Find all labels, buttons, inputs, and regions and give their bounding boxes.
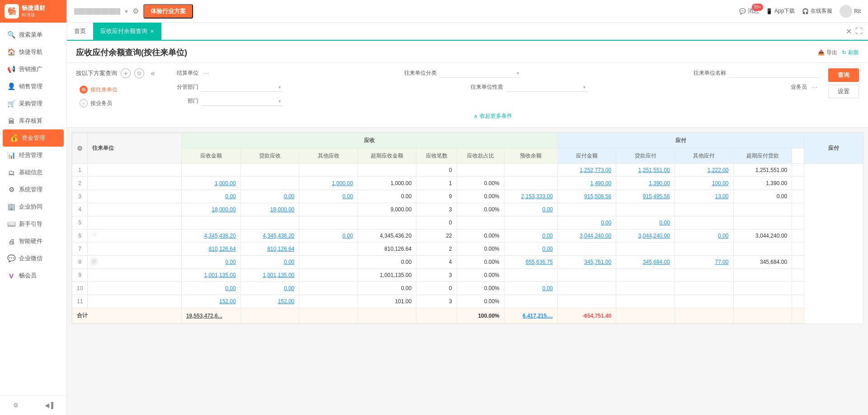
collapse-button[interactable]: ∧ 收起更多条件 <box>167 110 819 122</box>
cell-value[interactable]: 0.00 <box>181 190 241 203</box>
filter-setting-icon[interactable]: ⊙ <box>134 68 144 78</box>
cell-value[interactable] <box>616 243 675 256</box>
collapse-sidebar-btn[interactable]: ◀▐ <box>40 399 58 411</box>
cell-value[interactable]: 915,508.56 <box>557 190 616 203</box>
cell-value[interactable]: 345,761.00 <box>557 256 616 269</box>
cell-value[interactable] <box>557 269 616 282</box>
cell-value[interactable]: 0.00 <box>181 256 241 269</box>
cell-value[interactable] <box>675 269 733 282</box>
cell-value[interactable]: 2,153,333.00 <box>504 190 557 203</box>
cell-value[interactable] <box>616 295 675 308</box>
sidebar-item-guide[interactable]: 📖 新手引导 <box>0 215 66 233</box>
sidebar-item-purchase[interactable]: 🛒 采购管理 <box>0 95 66 112</box>
cell-value[interactable]: 1,390.00 <box>616 177 675 190</box>
cell-value[interactable]: 18,000.00 <box>241 203 299 216</box>
cell-value[interactable] <box>557 282 616 295</box>
cell-value[interactable]: 0.00 <box>504 203 557 216</box>
cell-value[interactable]: 0.00 <box>241 190 299 203</box>
cell-value[interactable]: 3,044,240.00 <box>616 229 675 243</box>
tab-maximize-icon[interactable]: ⛶ <box>855 27 863 35</box>
cell-value[interactable]: 152.00 <box>241 295 299 308</box>
partner-nature-select[interactable] <box>506 82 587 92</box>
cell-value[interactable]: 345,684.00 <box>616 256 675 269</box>
tab-home[interactable]: 首页 <box>67 23 93 40</box>
sidebar-item-system[interactable]: ⚙ 系统管理 <box>0 181 66 198</box>
cell-value[interactable] <box>504 295 557 308</box>
cell-value[interactable]: 0.00 <box>504 229 557 243</box>
sidebar-item-member[interactable]: V 畅会员 <box>0 267 66 284</box>
cell-value[interactable]: 0.00 <box>241 282 299 295</box>
cell-value[interactable] <box>241 177 299 190</box>
settings-gear-icon[interactable]: ⚙ <box>132 7 139 15</box>
cell-value[interactable]: 0.00 <box>557 216 616 229</box>
cell-value[interactable]: 18,000.00 <box>181 203 241 216</box>
promo-button[interactable]: 体验行业方案 <box>143 4 193 19</box>
cell-value[interactable] <box>675 216 733 229</box>
cell-value[interactable]: 152.00 <box>181 295 241 308</box>
sidebar-item-inventory[interactable]: 🏛 库存核算 <box>0 112 66 129</box>
cell-value[interactable]: 0.00 <box>299 229 358 243</box>
cell-value[interactable]: 3,044,240.00 <box>557 229 616 243</box>
cell-value[interactable]: 915,495.56 <box>616 190 675 203</box>
sidebar-item-basic[interactable]: 🗂 基础信息 <box>0 164 66 181</box>
sidebar-item-wechat[interactable]: 💬 企业微信 <box>0 250 66 267</box>
sidebar-item-enterprise[interactable]: 🏢 企业协同 <box>0 198 66 215</box>
cell-value[interactable]: 100.00 <box>675 177 733 190</box>
table-settings-icon[interactable]: ⚙ <box>77 145 83 152</box>
setting-button[interactable]: 设置 <box>828 85 859 98</box>
cell-value[interactable] <box>675 203 733 216</box>
cell-value[interactable] <box>616 269 675 282</box>
cell-value[interactable] <box>241 164 299 177</box>
cell-value[interactable]: 0.00 <box>241 256 299 269</box>
cell-value[interactable] <box>299 164 358 177</box>
cell-value[interactable] <box>181 216 241 229</box>
cell-value[interactable]: 655,636.75 <box>504 256 557 269</box>
cell-value[interactable]: 1,251,551.00 <box>616 164 675 177</box>
cell-value[interactable] <box>299 269 358 282</box>
cell-value[interactable]: 810,126.64 <box>241 243 299 256</box>
cell-value[interactable] <box>299 243 358 256</box>
export-button[interactable]: 📤 导出 <box>818 49 837 57</box>
filter-add-button[interactable]: + <box>121 68 131 78</box>
cell-value[interactable] <box>181 164 241 177</box>
cell-value[interactable]: 0.00 <box>675 229 733 243</box>
sidebar-item-search[interactable]: 🔍 搜索菜单 <box>0 26 66 43</box>
settlement-unit-dots[interactable]: ··· <box>201 69 211 77</box>
cell-value[interactable] <box>557 203 616 216</box>
query-button[interactable]: 查询 <box>828 68 859 82</box>
filter-back-icon[interactable]: « <box>148 68 158 78</box>
cell-value[interactable]: 1,001,135.00 <box>181 269 241 282</box>
online-service-button[interactable]: 🎧 在线客服 <box>802 7 832 15</box>
cell-value[interactable]: 0.00 <box>299 190 358 203</box>
cell-value[interactable]: 1,490.00 <box>557 177 616 190</box>
breadcrumb-dropdown[interactable]: ▾ <box>125 8 128 15</box>
cell-value[interactable]: 810,126.64 <box>181 243 241 256</box>
tab-close-icon[interactable]: ✕ <box>150 29 154 34</box>
cell-value[interactable] <box>504 269 557 282</box>
cell-value[interactable]: 1,000.00 <box>181 177 241 190</box>
cell-value[interactable]: 0.00 <box>181 282 241 295</box>
cell-value[interactable]: 13.00 <box>675 190 733 203</box>
sidebar-item-sales[interactable]: 👤 销售管理 <box>0 78 66 95</box>
cell-value[interactable]: 0.00 <box>616 216 675 229</box>
messages-button[interactable]: 💬 消息 99+ <box>739 7 759 15</box>
cell-value[interactable] <box>299 203 358 216</box>
cell-value[interactable] <box>299 216 358 229</box>
app-download-button[interactable]: 📱 App下载 <box>766 7 795 15</box>
filter-nav-partner[interactable]: 畅 按往来单位 <box>76 84 158 95</box>
cell-value[interactable] <box>299 282 358 295</box>
cell-value[interactable] <box>675 282 733 295</box>
filter-nav-salesperson[interactable]: ○ 按业务员 <box>76 97 158 109</box>
cell-value[interactable]: 0.00 <box>504 243 557 256</box>
cell-value[interactable] <box>675 295 733 308</box>
cell-value[interactable]: 77.00 <box>675 256 733 269</box>
cell-value[interactable] <box>299 256 358 269</box>
sidebar-item-marketing[interactable]: 📢 营销推广 <box>0 61 66 78</box>
cell-value[interactable]: 1,252,773.00 <box>557 164 616 177</box>
cell-value[interactable]: 1,000.00 <box>299 177 358 190</box>
sidebar-item-smart[interactable]: 🖨 智能硬件 <box>0 233 66 250</box>
cell-value[interactable] <box>675 243 733 256</box>
cell-value[interactable]: 4,345,436.20 <box>181 229 241 243</box>
cell-value[interactable]: 4,345,436.20 <box>241 229 299 243</box>
salesperson-dots[interactable]: ··· <box>810 83 819 91</box>
